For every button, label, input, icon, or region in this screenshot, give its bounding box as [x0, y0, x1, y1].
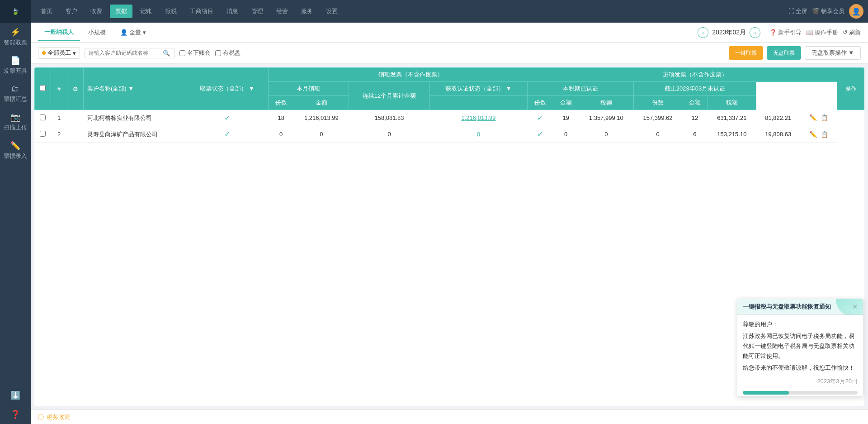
sidebar: 🍃 ⚡ 智能取票 📄 发票开具 🗂 票据汇总 📷 扫描上传 ✏️ 票据录入 ⬇️… [0, 0, 31, 424]
row-no: 2 [51, 126, 67, 143]
checkbox-account[interactable]: 名下账套 [179, 49, 211, 57]
row-cumulative[interactable]: 0 [429, 126, 527, 143]
date-prev-btn[interactable]: ‹ [698, 27, 708, 38]
row-pur-rec-count: 0 [553, 126, 579, 143]
th-pur-rec-tax: 税额 [579, 96, 633, 110]
nav-service[interactable]: 服务 [296, 5, 318, 18]
tax-disk-checkbox[interactable] [215, 50, 221, 56]
new-guide-btn[interactable]: ❓ 新手引导 [769, 29, 802, 37]
row-sales-count: 0 [268, 126, 294, 143]
row-actions: ✏️ 📋 [800, 110, 837, 126]
th-sales-count: 份数 [268, 96, 294, 110]
nav-operation[interactable]: 经营 [271, 5, 293, 18]
no-disk-retrieve-btn[interactable]: 无盘取票 [767, 46, 801, 60]
no-disk-ops-btn[interactable]: 无盘取票操作 ▼ [805, 46, 861, 60]
nav-management[interactable]: 管理 [246, 5, 269, 18]
checkbox-tax-disk[interactable]: 有税盘 [215, 49, 241, 57]
refresh-btn[interactable]: ↺ 刷新 [843, 29, 861, 37]
employee-select[interactable]: 全部员工 ▾ [38, 47, 80, 59]
account-checkbox[interactable] [179, 50, 185, 56]
nav-collection[interactable]: 收费 [85, 5, 108, 18]
edit-icon[interactable]: ✏️ [809, 131, 817, 138]
sidebar-item-download[interactable]: ⬇️ [0, 386, 31, 405]
row-pur-rec-amount: 1,357,999.10 [579, 110, 633, 126]
member-btn[interactable]: 🎬 畅享会员 [812, 7, 844, 15]
status-label[interactable]: 税务政策 [47, 413, 70, 421]
sidebar-item-scan-upload[interactable]: 📷 扫描上传 [0, 108, 31, 136]
th-no: # [51, 68, 67, 110]
row-pur-unrec-amount: 631,337.21 [708, 110, 756, 126]
row-pur-rec-tax: 157,399.62 [633, 110, 682, 126]
employee-label: 全部员工 [47, 49, 71, 57]
sidebar-bottom: ⬇️ ❓ [0, 386, 31, 424]
main-table: # ⚙ 客户名称(全部) ▼ 取票状态（全部） ▼ 销项发票（不含作废票） 进项… [34, 67, 864, 143]
row-pur-unrec-count: 12 [682, 110, 708, 126]
nav-settings[interactable]: 设置 [321, 5, 343, 18]
tab-small-scale[interactable]: 小规模 [82, 25, 112, 40]
person-icon: 👤 [120, 29, 127, 36]
notification-close-btn[interactable]: ✕ [852, 303, 858, 310]
search-input[interactable] [89, 50, 161, 56]
scan-upload-icon: 📷 [10, 112, 20, 122]
nav-home[interactable]: 首页 [35, 5, 58, 18]
row-settings-icon [67, 126, 84, 143]
notification-scrollbar[interactable] [743, 391, 858, 395]
notification-line3: 给您带来的不便敬请谅解，祝您工作愉快！ [743, 363, 858, 373]
select-all-checkbox[interactable] [40, 85, 46, 91]
table-row: 1 河北柯橹栋实业有限公司 ✓ 18 1,216,013.99 158,081.… [35, 110, 864, 126]
row-checkbox[interactable] [35, 126, 51, 143]
invoice-summary-icon: 🗂 [11, 84, 19, 94]
row-sales-amount: 0 [294, 126, 349, 143]
row-pur-rec-tax: 0 [633, 126, 682, 143]
notification-body: 尊敬的用户： 江苏政务网已恢复访问电子税务局功能，易代账一键登陆电子税务局与无盘… [737, 315, 863, 377]
nav-invoice[interactable]: 票据 [110, 5, 132, 18]
copy-icon[interactable]: 📋 [821, 131, 828, 138]
row-actions: ✏️ 📋 [800, 126, 837, 143]
nav-message[interactable]: 消息 [221, 5, 244, 18]
tab-all-amount[interactable]: 👤 全量 ▾ [114, 25, 152, 40]
search-icon[interactable]: 🔍 [163, 50, 170, 57]
chevron-down-icon: ▾ [143, 29, 146, 36]
th-recognize-status-placeholder [429, 96, 527, 110]
manual-btn[interactable]: 📖 操作手册 [806, 29, 838, 37]
help-icon: ❓ [10, 410, 20, 419]
th-sales-group: 销项发票（不含作废票） [268, 68, 553, 82]
edit-icon[interactable]: ✏️ [809, 114, 817, 121]
filter-icon2[interactable]: ▼ [249, 85, 255, 92]
filter-icon[interactable]: ▼ [128, 85, 134, 92]
fullscreen-btn[interactable]: ⛶ 全屏 [788, 7, 808, 15]
copy-icon[interactable]: 📋 [821, 114, 828, 121]
th-month-sales: 本月销项 [268, 82, 349, 96]
filter-icon3[interactable]: ▼ [506, 85, 512, 92]
row-checkbox[interactable] [35, 110, 51, 126]
row-cumulative[interactable]: 1,216,013.99 [429, 110, 527, 126]
sidebar-item-smart-retrieve[interactable]: ⚡ 智能取票 [0, 23, 31, 51]
th-customer-name: 客户名称(全部) ▼ [84, 68, 186, 110]
row-pur-unrec-amount: 153,215.10 [708, 126, 756, 143]
chevron-down-icon: ▾ [73, 50, 76, 57]
avatar[interactable]: 👤 [849, 4, 863, 19]
row-sales-tax: 158,081.83 [349, 110, 430, 126]
row-recognize-status: ✓ [527, 126, 553, 143]
status-bar: ⓘ 税务政策 [31, 410, 868, 424]
sidebar-item-help[interactable]: ❓ [0, 405, 31, 424]
nav-tax[interactable]: 报税 [160, 5, 182, 18]
nav-bookkeeping[interactable]: 记账 [135, 5, 157, 18]
sidebar-item-data-entry[interactable]: ✏️ 票据录入 [0, 136, 31, 165]
sidebar-item-issue-invoice[interactable]: 📄 发票开具 [0, 51, 31, 80]
one-key-retrieve-btn[interactable]: 一键取票 [729, 46, 763, 60]
th-action: 操作 [837, 68, 864, 110]
notification-header: 一键报税与无盘取票功能恢复通知 ✕ [737, 299, 863, 315]
nav-industry[interactable]: 工商项目 [184, 5, 219, 18]
date-nav: ‹ 2023年02月 › [698, 27, 760, 38]
tab-general-taxpayer[interactable]: 一般纳税人 [38, 24, 80, 41]
row-pur-unrec-tax: 81,822.21 [756, 110, 800, 126]
nav-customer[interactable]: 客户 [60, 5, 83, 18]
notification-line2: 江苏政务网已恢复访问电子税务局功能，易代账一键登陆电子税务局与无盘取票相关功能可… [743, 331, 858, 361]
sidebar-item-invoice-summary[interactable]: 🗂 票据汇总 [0, 80, 31, 108]
row-customer: 河北柯橹栋实业有限公司 [84, 110, 186, 126]
row-retrieve-status: ✓ [186, 110, 269, 126]
th-settings-icon[interactable]: ⚙ [67, 68, 84, 110]
tabs-bar: 一般纳税人 小规模 👤 全量 ▾ ‹ 2023年02月 › ❓ 新手引导 📖 操… [31, 23, 868, 43]
date-next-btn[interactable]: › [750, 27, 760, 38]
